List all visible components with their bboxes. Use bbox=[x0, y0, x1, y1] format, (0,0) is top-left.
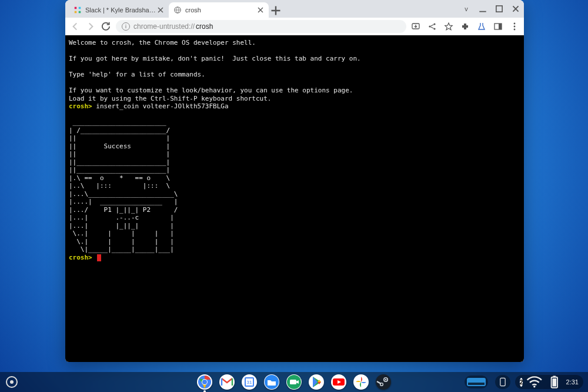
svg-point-29 bbox=[385, 379, 387, 381]
back-button[interactable] bbox=[70, 21, 81, 32]
tab-strip: Slack | * Kyle Bradshaw | 925 crosh v bbox=[65, 0, 524, 18]
svg-point-12 bbox=[514, 22, 516, 24]
svg-rect-32 bbox=[468, 383, 485, 385]
svg-rect-5 bbox=[496, 6, 502, 12]
app-play-store[interactable] bbox=[309, 374, 324, 390]
status-tray[interactable]: 2 2:31 bbox=[515, 375, 583, 389]
chromeos-shelf: 31 2 2:31 bbox=[0, 372, 588, 392]
reload-button[interactable] bbox=[101, 21, 111, 32]
chevron-down-icon[interactable]: v bbox=[462, 4, 471, 14]
tab-title: crosh bbox=[185, 6, 257, 14]
side-panel-icon[interactable] bbox=[493, 22, 503, 31]
svg-rect-37 bbox=[552, 378, 556, 387]
svg-point-8 bbox=[433, 23, 435, 25]
minimize-icon[interactable] bbox=[478, 4, 487, 14]
tab-title: Slack | * Kyle Bradshaw | 925 bbox=[85, 6, 157, 14]
site-info-icon[interactable]: i bbox=[122, 22, 130, 31]
svg-rect-33 bbox=[500, 378, 505, 386]
svg-rect-0 bbox=[75, 7, 77, 9]
svg-rect-11 bbox=[499, 24, 502, 29]
svg-rect-1 bbox=[79, 7, 81, 9]
toolbar-actions bbox=[411, 22, 519, 31]
chrome-window: Slack | * Kyle Bradshaw | 925 crosh v bbox=[65, 0, 524, 362]
svg-point-14 bbox=[514, 28, 516, 30]
svg-rect-36 bbox=[553, 376, 556, 377]
slack-icon bbox=[74, 6, 82, 14]
bookmark-icon[interactable] bbox=[444, 22, 453, 31]
app-gmail[interactable] bbox=[219, 374, 235, 390]
crosh-terminal[interactable]: Welcome to crosh, the Chrome OS develope… bbox=[65, 35, 524, 362]
share-icon[interactable] bbox=[427, 22, 437, 31]
notification-badge: 2 bbox=[520, 378, 523, 387]
shelf-apps: 31 bbox=[197, 374, 391, 390]
close-icon[interactable] bbox=[157, 6, 164, 14]
app-camera[interactable] bbox=[286, 374, 302, 390]
svg-rect-2 bbox=[75, 11, 77, 14]
svg-point-34 bbox=[533, 386, 535, 387]
globe-icon bbox=[173, 6, 182, 14]
status-area: 2 2:31 bbox=[495, 372, 583, 392]
tab-slack[interactable]: Slack | * Kyle Bradshaw | 925 bbox=[69, 2, 169, 18]
extensions-icon[interactable] bbox=[460, 22, 470, 31]
launcher-button[interactable] bbox=[6, 376, 18, 388]
wifi-icon bbox=[526, 375, 543, 389]
app-steam[interactable] bbox=[376, 374, 391, 390]
toolbar: i chrome-untrusted://crosh bbox=[65, 18, 524, 35]
close-icon[interactable] bbox=[257, 6, 264, 14]
svg-rect-3 bbox=[79, 11, 81, 14]
svg-point-13 bbox=[514, 25, 516, 27]
menu-icon[interactable] bbox=[510, 22, 519, 31]
battery-icon bbox=[546, 375, 563, 389]
phone-hub-button[interactable] bbox=[495, 375, 510, 389]
url-path: crosh bbox=[196, 22, 213, 31]
app-photos[interactable] bbox=[353, 374, 369, 390]
svg-rect-25 bbox=[290, 380, 296, 384]
holding-space[interactable] bbox=[465, 376, 488, 388]
new-tab-button[interactable] bbox=[269, 4, 283, 18]
app-youtube[interactable] bbox=[331, 374, 346, 390]
maximize-icon[interactable] bbox=[495, 4, 504, 14]
svg-point-7 bbox=[429, 25, 430, 27]
close-window-icon[interactable] bbox=[511, 4, 520, 14]
labs-icon[interactable] bbox=[477, 22, 486, 31]
install-icon[interactable] bbox=[411, 22, 420, 31]
tab-crosh[interactable]: crosh bbox=[169, 2, 269, 18]
svg-text:31: 31 bbox=[247, 380, 252, 385]
clock: 2:31 bbox=[566, 378, 579, 386]
forward-button[interactable] bbox=[85, 21, 96, 32]
app-files[interactable] bbox=[264, 374, 279, 390]
url-scheme: chrome-untrusted:// bbox=[133, 22, 195, 31]
svg-point-9 bbox=[433, 28, 435, 29]
app-chrome[interactable] bbox=[197, 374, 212, 390]
omnibox[interactable]: i chrome-untrusted://crosh bbox=[116, 20, 406, 33]
svg-point-18 bbox=[202, 380, 207, 384]
window-controls: v bbox=[462, 0, 520, 18]
app-calendar[interactable]: 31 bbox=[242, 374, 257, 390]
